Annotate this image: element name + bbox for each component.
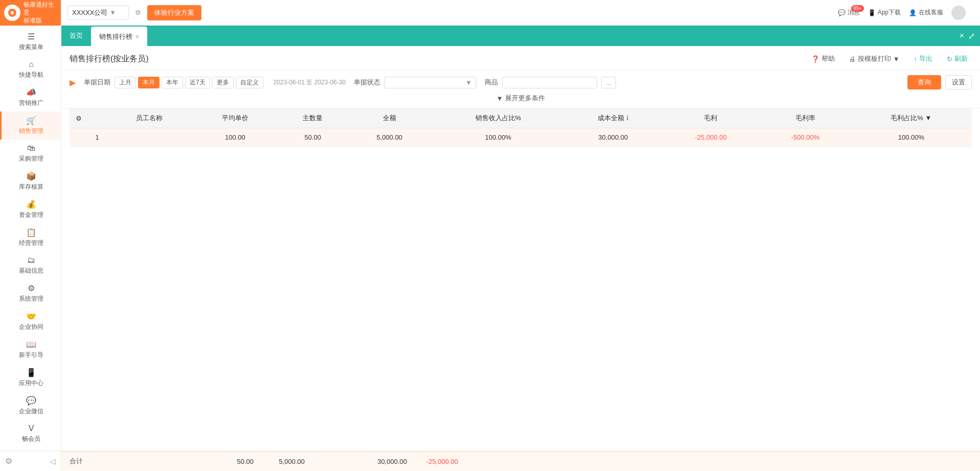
sidebar-item-9[interactable]: ⚙系统管理 — [0, 279, 61, 307]
query-button[interactable]: 查询 — [907, 75, 941, 89]
cell-amount: 5,000.00 — [348, 128, 431, 147]
print-dropdown-icon: ▼ — [893, 55, 900, 63]
tab-close-window-btn[interactable]: × — [960, 31, 964, 40]
cell-gross-rate: -500.00% — [760, 128, 851, 147]
topbar-message-btn[interactable]: 💬 消息 99+ — [838, 8, 860, 17]
trial-button[interactable]: 体验行业方案 — [147, 5, 201, 20]
settings-button[interactable]: 设置 — [945, 75, 972, 89]
filter-expand-arrow[interactable]: ▶ — [70, 78, 76, 87]
print-btn[interactable]: 🖨 按模板打印 ▼ — [845, 52, 904, 65]
sidebar-item-10[interactable]: 🤝企业协同 — [0, 307, 61, 335]
tab-home[interactable]: 首页 — [61, 26, 91, 46]
col-cost: 成本全额 ℹ — [565, 108, 662, 128]
sidebar-item-14[interactable]: V畅会员 — [0, 420, 61, 447]
sidebar-logo: 畅康通好生意 标准版 — [0, 0, 61, 26]
sidebar-label-6: 资金管理 — [19, 211, 43, 219]
sidebar-menu: ☰搜索菜单⌂快捷导航📣营销推广🛒销售管理🛍采购管理📦库存核算💰资金管理📋经营管理… — [0, 26, 61, 451]
help-btn[interactable]: ❓ 帮助 — [807, 52, 839, 65]
sidebar-item-2[interactable]: 📣营销推广 — [0, 83, 61, 111]
sidebar-label-13: 企业微信 — [19, 407, 43, 416]
topbar-settings-icon[interactable]: ⚙ — [133, 7, 143, 18]
table-body: 1 100.00 50.00 5,000.00 100.00% 30,000.0… — [70, 128, 972, 147]
table-area: ⚙ 员工名称 平均单价 主数量 全额 销售收入占比% 成本全额 ℹ 毛利 毛利率… — [61, 108, 980, 451]
sidebar-collapse-icon[interactable]: ◁ — [50, 457, 56, 465]
date-btn-7days[interactable]: 近7天 — [185, 77, 210, 88]
cell-sales-pct: 100.00% — [431, 128, 565, 147]
sidebar-label-11: 新手引导 — [19, 351, 43, 360]
tab-sales-ranking[interactable]: 销售排行榜 × — [91, 27, 147, 47]
tab-close-icon[interactable]: × — [135, 33, 139, 40]
logo-icon — [4, 5, 20, 21]
col-gross-rate: 毛利率 — [760, 108, 851, 128]
status-filter-label: 单据状态 — [354, 78, 380, 87]
sidebar-icon-6: 💰 — [26, 199, 36, 209]
sidebar: 畅康通好生意 标准版 ☰搜索菜单⌂快捷导航📣营销推广🛒销售管理🛍采购管理📦库存核… — [0, 0, 61, 471]
sidebar-label-5: 库存核算 — [19, 183, 43, 191]
refresh-btn[interactable]: ↻ 刷新 — [943, 52, 972, 65]
sidebar-item-0[interactable]: ☰搜索菜单 — [0, 28, 61, 56]
date-filter-label: 单据日期 — [84, 78, 110, 87]
table-footer: 合计 50.00 5,000.00 30,000.00 -25,000.00 — [61, 451, 980, 471]
sidebar-label-7: 经营管理 — [19, 239, 43, 248]
filter-area: ▶ 单据日期 上月 本月 本年 近7天 更多 自定义 2023-06 — [61, 70, 980, 108]
content: 销售排行榜(按业务员) ❓ 帮助 🖨 按模板打印 ▼ ↑ 导出 — [61, 46, 980, 471]
col-gross-pct[interactable]: 毛利占比% ▼ — [851, 108, 972, 128]
logo-text: 畅康通好生意 标准版 — [24, 1, 57, 25]
page-actions: ❓ 帮助 🖨 按模板打印 ▼ ↑ 导出 ↻ 刷新 — [807, 52, 972, 65]
sidebar-item-8[interactable]: 🗂基础信息 — [0, 252, 61, 279]
sidebar-settings-icon[interactable]: ⚙ — [5, 456, 12, 466]
sidebar-label-3: 销售管理 — [19, 127, 43, 136]
sort-desc-icon: ▼ — [925, 114, 932, 122]
goods-input[interactable] — [502, 77, 597, 88]
sidebar-label-1: 快捷导航 — [19, 71, 43, 79]
message-icon: 💬 — [838, 9, 846, 16]
export-btn[interactable]: ↑ 导出 — [910, 52, 937, 65]
col-settings[interactable]: ⚙ — [70, 108, 88, 128]
sidebar-label-0: 搜索菜单 — [19, 43, 43, 52]
goods-filter-label: 商品 — [485, 78, 498, 87]
sidebar-item-4[interactable]: 🛍采购管理 — [0, 140, 61, 167]
sidebar-item-7[interactable]: 📋经营管理 — [0, 223, 61, 252]
tab-maximize-btn[interactable]: ⤢ — [968, 31, 975, 41]
sidebar-label-4: 采购管理 — [19, 154, 43, 163]
expand-more-btn[interactable]: ▼ 展开更多条件 — [496, 94, 545, 103]
topbar: XXXXX公司 ▼ ⚙ 体验行业方案 💬 消息 99+ 📱 App下载 👤 在线… — [61, 0, 980, 26]
date-btn-this-year[interactable]: 本年 — [162, 77, 183, 88]
table-head: ⚙ 员工名称 平均单价 主数量 全额 销售收入占比% 成本全额 ℹ 毛利 毛利率… — [70, 108, 972, 128]
help-icon: ❓ — [811, 55, 819, 63]
page-title: 销售排行榜(按业务员) — [70, 54, 149, 64]
company-selector[interactable]: XXXXX公司 ▼ — [67, 6, 129, 20]
sidebar-bottom: ⚙ ◁ — [0, 451, 61, 471]
topbar-app-download[interactable]: 📱 App下载 — [868, 8, 901, 17]
col-sales-pct: 销售收入占比% — [431, 108, 565, 128]
expand-icon: ▼ — [496, 95, 503, 102]
date-btn-custom[interactable]: 自定义 — [236, 77, 263, 88]
sidebar-item-12[interactable]: 📱应用中心 — [0, 364, 61, 392]
date-btn-more[interactable]: 更多 — [212, 77, 234, 88]
company-name: XXXXX公司 — [72, 8, 107, 17]
user-avatar[interactable] — [951, 6, 966, 20]
footer-amount: 5,000.00 — [264, 458, 305, 465]
footer-cost: 30,000.00 — [366, 458, 407, 465]
sidebar-item-11[interactable]: 📖新手引导 — [0, 335, 61, 364]
company-dropdown-icon: ▼ — [109, 9, 116, 16]
date-btn-this-month[interactable]: 本月 — [138, 77, 159, 88]
status-select[interactable]: ▼ — [384, 77, 476, 88]
topbar-online-service[interactable]: 👤 在线客服 — [909, 8, 943, 17]
cell-name — [106, 128, 192, 147]
date-btn-last-month[interactable]: 上月 — [115, 77, 136, 88]
footer-gross: -25,000.00 — [417, 458, 458, 465]
sidebar-item-6[interactable]: 💰资金管理 — [0, 195, 61, 223]
sidebar-item-5[interactable]: 📦库存核算 — [0, 167, 61, 195]
sidebar-item-13[interactable]: 💬企业微信 — [0, 392, 61, 420]
sidebar-icon-12: 📱 — [26, 368, 36, 377]
sidebar-item-1[interactable]: ⌂快捷导航 — [0, 56, 61, 83]
cost-info-icon[interactable]: ℹ — [626, 114, 629, 122]
sidebar-item-3[interactable]: 🛒销售管理 — [0, 111, 61, 140]
sidebar-label-2: 营销推广 — [19, 99, 43, 107]
goods-more-icon[interactable]: ... — [601, 77, 616, 88]
sidebar-label-10: 企业协同 — [19, 323, 43, 331]
sidebar-icon-8: 🗂 — [27, 256, 35, 265]
cell-gross: -25,000.00 — [662, 128, 760, 147]
sidebar-icon-9: ⚙ — [28, 283, 35, 293]
